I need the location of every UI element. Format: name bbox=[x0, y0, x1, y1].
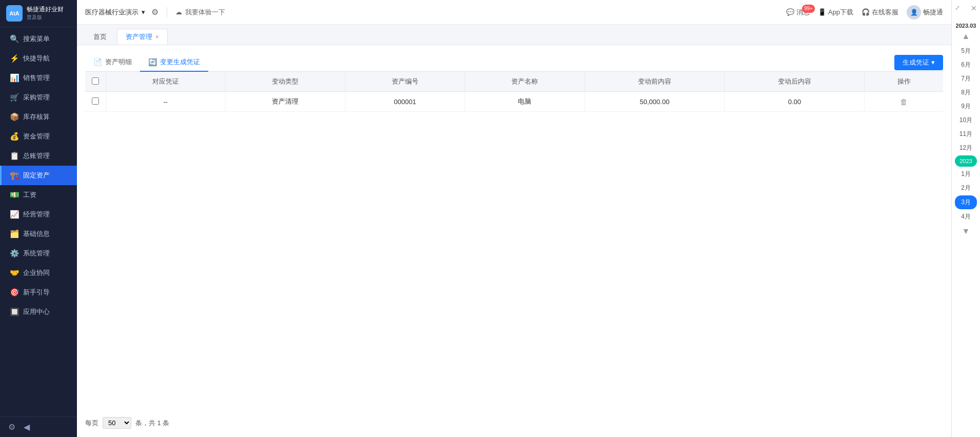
sidebar-bottom: ⚙ ◀ bbox=[0, 416, 77, 437]
year-marker-label[interactable]: 2023 bbox=[955, 155, 977, 167]
salary-icon: 💵 bbox=[10, 190, 19, 200]
experience-button[interactable]: ☁ 我要体验一下 bbox=[175, 8, 225, 17]
app-center-icon: 🔲 bbox=[10, 307, 19, 316]
month-item[interactable]: 2月 bbox=[952, 181, 980, 195]
fixed-assets-icon: 🏗️ bbox=[10, 171, 19, 180]
settings-button[interactable]: ⚙ bbox=[8, 422, 15, 432]
app-download-button[interactable]: 📱 App下载 bbox=[818, 8, 853, 17]
user-menu[interactable]: 👤 畅捷通 bbox=[907, 5, 943, 19]
per-page-select[interactable]: 102050100 bbox=[103, 417, 131, 429]
col-header-0: 对应凭证 bbox=[106, 72, 226, 92]
change-voucher-icon: 🔄 bbox=[148, 58, 157, 66]
company-selector[interactable]: 医疗器械行业演示 ▾ bbox=[85, 8, 145, 17]
app-logo-text: 畅捷通好业财 普及版 bbox=[27, 6, 64, 21]
right-panel: ✕ ⤢ 2023.03 ▲ 5月6月7月8月9月10月11月12月20231月2… bbox=[951, 0, 980, 437]
guide-icon: 🎯 bbox=[10, 288, 19, 297]
row-checkbox-0 bbox=[85, 92, 106, 112]
col-header-5: 变动后内容 bbox=[725, 72, 865, 92]
sidebar-item-search[interactable]: 🔍 搜索菜单 bbox=[0, 29, 77, 49]
total-text: 条，共 1 条 bbox=[135, 419, 169, 428]
month-item[interactable]: 3月 bbox=[955, 195, 977, 209]
asset-list-icon: 📄 bbox=[93, 58, 102, 66]
tab-close-icon[interactable]: × bbox=[155, 33, 159, 41]
company-dropdown-icon: ▾ bbox=[142, 8, 145, 16]
tab-asset-mgmt[interactable]: 资产管理× bbox=[117, 29, 168, 45]
panel-scroll-down-button[interactable]: ▼ bbox=[962, 226, 970, 237]
sidebar-item-label: 系统管理 bbox=[23, 249, 50, 258]
message-icon: 💬 bbox=[786, 8, 794, 16]
sidebar-item-label: 新手引导 bbox=[23, 288, 50, 297]
cloud-icon: ☁ bbox=[175, 8, 182, 16]
ledger-icon: 📋 bbox=[10, 151, 19, 161]
sidebar-item-inventory[interactable]: 📦 库存核算 bbox=[0, 107, 77, 127]
right-panel-expand-button[interactable]: ⤢ bbox=[955, 4, 960, 11]
row-select-checkbox[interactable] bbox=[92, 97, 99, 105]
month-item[interactable]: 10月 bbox=[952, 113, 980, 127]
company-settings-button[interactable]: ⚙ bbox=[151, 7, 158, 17]
sidebar-item-funds[interactable]: 💰 资金管理 bbox=[0, 127, 77, 146]
month-item[interactable]: 12月 bbox=[952, 141, 980, 155]
header-checkbox-cell bbox=[85, 72, 106, 92]
experience-label: 我要体验一下 bbox=[185, 8, 225, 17]
sidebar-item-enterprise[interactable]: 🤝 企业协同 bbox=[0, 263, 77, 283]
messages-button[interactable]: 💬 消息 99+ bbox=[786, 8, 810, 17]
cell-action-0: 🗑 bbox=[865, 92, 943, 112]
headset-icon: 🎧 bbox=[862, 8, 870, 16]
cell-change_type-0: 资产清理 bbox=[226, 92, 346, 112]
basic-info-icon: 🗂️ bbox=[10, 229, 19, 239]
sidebar-item-fixed-assets[interactable]: 🏗️ 固定资产 bbox=[0, 166, 77, 185]
month-item[interactable]: 9月 bbox=[952, 100, 980, 113]
sidebar-item-label: 基础信息 bbox=[23, 229, 50, 239]
system-icon: ⚙️ bbox=[10, 249, 19, 258]
month-item[interactable]: 6月 bbox=[952, 58, 980, 72]
sub-tab-label: 资产明细 bbox=[105, 57, 132, 67]
sub-tab-change-voucher[interactable]: 🔄 变更生成凭证 bbox=[140, 53, 208, 72]
tab-home[interactable]: 首页 bbox=[85, 29, 115, 45]
month-item[interactable]: 11月 bbox=[952, 127, 980, 141]
sidebar-item-guide[interactable]: 🎯 新手引导 bbox=[0, 283, 77, 302]
sidebar-item-label: 经营管理 bbox=[23, 210, 50, 219]
month-item[interactable]: 7月 bbox=[952, 72, 980, 86]
month-item[interactable]: 5月 bbox=[952, 44, 980, 58]
table-body: --资产清理000001电脑50,000.000.00🗑 bbox=[85, 92, 943, 112]
sidebar: AtA 畅捷通好业财 普及版 🔍 搜索菜单 ⚡ 快捷导航📊 销售管理🛒 采购管理… bbox=[0, 0, 77, 437]
panel-scroll-up-button[interactable]: ▲ bbox=[962, 31, 970, 42]
enterprise-icon: 🤝 bbox=[10, 268, 19, 277]
month-item[interactable]: 4月 bbox=[952, 210, 980, 224]
sidebar-item-label: 采购管理 bbox=[23, 93, 50, 102]
sidebar-item-app-center[interactable]: 🔲 应用中心 bbox=[0, 302, 77, 322]
phone-icon: 📱 bbox=[818, 8, 826, 16]
sidebar-item-ledger[interactable]: 📋 总账管理 bbox=[0, 146, 77, 166]
sidebar-item-system[interactable]: ⚙️ 系统管理 bbox=[0, 244, 77, 263]
sidebar-item-salary[interactable]: 💵 工资 bbox=[0, 185, 77, 205]
user-name-label: 畅捷通 bbox=[923, 8, 943, 17]
sidebar-item-quick-nav[interactable]: ⚡ 快捷导航 bbox=[0, 49, 77, 68]
asset-table-wrap: 对应凭证变动类型资产编号资产名称变动前内容变动后内容操作 --资产清理00000… bbox=[85, 72, 943, 411]
purchase-icon: 🛒 bbox=[10, 93, 19, 102]
sidebar-item-operations[interactable]: 📈 经营管理 bbox=[0, 205, 77, 224]
right-panel-close-button[interactable]: ✕ bbox=[971, 4, 977, 12]
sub-tab-label: 变更生成凭证 bbox=[160, 57, 200, 67]
delete-row-button[interactable]: 🗑 bbox=[900, 97, 908, 106]
cell-asset_no-0: 000001 bbox=[345, 92, 465, 112]
sidebar-item-purchase[interactable]: 🛒 采购管理 bbox=[0, 88, 77, 107]
customer-service-button[interactable]: 🎧 在线客服 bbox=[862, 8, 898, 17]
generate-voucher-button[interactable]: 生成凭证 ▾ bbox=[894, 55, 943, 70]
inventory-icon: 📦 bbox=[10, 112, 19, 122]
collapse-button[interactable]: ◀ bbox=[24, 422, 30, 432]
month-item[interactable]: 8月 bbox=[952, 86, 980, 100]
sales-icon: 📊 bbox=[10, 73, 19, 83]
main-area: 医疗器械行业演示 ▾ ⚙ ☁ 我要体验一下 💬 消息 99+ 📱 App下载 🎧… bbox=[77, 0, 951, 437]
sidebar-nav: 🔍 搜索菜单 ⚡ 快捷导航📊 销售管理🛒 采购管理📦 库存核算💰 资金管理📋 总… bbox=[0, 27, 77, 416]
topbar: 医疗器械行业演示 ▾ ⚙ ☁ 我要体验一下 💬 消息 99+ 📱 App下载 🎧… bbox=[77, 0, 951, 25]
select-all-checkbox[interactable] bbox=[92, 77, 99, 85]
search-icon: 🔍 bbox=[10, 34, 19, 44]
sidebar-logo: AtA 畅捷通好业财 普及版 bbox=[0, 0, 77, 27]
sidebar-item-sales[interactable]: 📊 销售管理 bbox=[0, 68, 77, 88]
month-item[interactable]: 1月 bbox=[952, 167, 980, 181]
sidebar-item-basic-info[interactable]: 🗂️ 基础信息 bbox=[0, 224, 77, 244]
customer-service-label: 在线客服 bbox=[872, 8, 898, 17]
page-content: 📄 资产明细🔄 变更生成凭证 生成凭证 ▾ 对应凭证变动类型资产编号资产名称变动… bbox=[77, 45, 951, 437]
sidebar-search-label: 搜索菜单 bbox=[23, 34, 50, 44]
sub-tab-asset-list[interactable]: 📄 资产明细 bbox=[85, 53, 140, 72]
